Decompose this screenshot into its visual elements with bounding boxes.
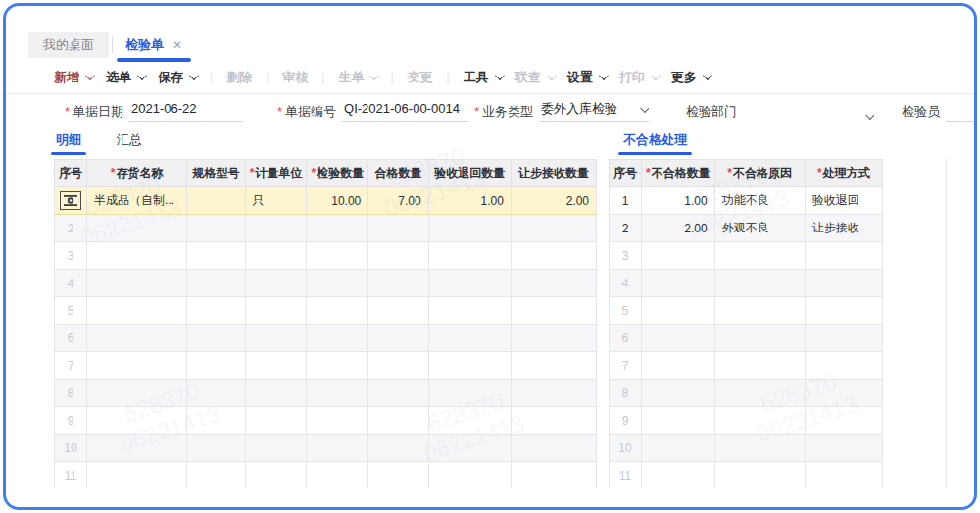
grid-cell[interactable]: 只	[245, 187, 307, 215]
grid-cell[interactable]	[307, 435, 368, 462]
row-seq-cell[interactable]	[55, 187, 87, 215]
grid-cell[interactable]	[307, 325, 368, 352]
toolbar-item-more[interactable]: 更多	[671, 69, 710, 86]
grid-cell[interactable]	[368, 407, 428, 435]
grid-cell[interactable]	[307, 380, 368, 407]
grid-cell[interactable]	[714, 407, 805, 435]
row-seq-cell[interactable]: 9	[610, 407, 642, 435]
grid-cell[interactable]	[87, 435, 187, 462]
grid-cell[interactable]	[714, 352, 805, 380]
row-seq-cell[interactable]: 1	[610, 187, 642, 215]
grid-cell[interactable]: 2.00	[511, 187, 596, 215]
grid-cell[interactable]	[87, 462, 187, 489]
grid-cell[interactable]	[87, 380, 187, 407]
grid-cell[interactable]	[187, 242, 246, 270]
grid-cell[interactable]	[805, 380, 882, 407]
grid-cell[interactable]	[368, 270, 428, 297]
grid-cell[interactable]	[714, 325, 805, 352]
grid-cell[interactable]	[245, 325, 307, 352]
grid-cell[interactable]	[368, 242, 428, 270]
row-seq-cell[interactable]: 6	[610, 325, 642, 352]
grid-cell[interactable]	[87, 215, 187, 242]
grid-cell[interactable]	[187, 215, 246, 242]
tab-my-desktop[interactable]: 我的桌面	[28, 32, 109, 58]
grid-cell[interactable]	[642, 242, 715, 270]
doc-no-input[interactable]: QI-2021-06-00-0014	[342, 99, 469, 122]
row-seq-cell[interactable]: 10	[55, 435, 87, 462]
grid-cell[interactable]	[511, 407, 596, 435]
inspect-dept-select[interactable]	[743, 113, 874, 122]
row-seq-cell[interactable]: 7	[610, 352, 642, 380]
grid-cell[interactable]	[805, 462, 882, 489]
close-icon[interactable]: ✕	[172, 38, 182, 52]
biz-type-select[interactable]: 委外入库检验	[539, 99, 649, 122]
row-seq-cell[interactable]: 4	[610, 270, 642, 297]
grid-cell[interactable]	[187, 407, 246, 435]
tab-detail[interactable]: 明细	[51, 131, 86, 149]
grid-cell[interactable]	[642, 407, 715, 435]
row-seq-cell[interactable]: 7	[55, 352, 87, 380]
grid-cell[interactable]: 1.00	[428, 187, 511, 215]
grid-cell[interactable]	[805, 407, 882, 435]
grid-cell[interactable]	[87, 352, 187, 380]
grid-cell[interactable]	[642, 352, 715, 380]
grid-cell[interactable]	[245, 435, 307, 462]
grid-cell[interactable]	[187, 297, 246, 325]
grid-cell[interactable]	[511, 242, 596, 270]
row-seq-cell[interactable]: 11	[55, 462, 87, 489]
grid-cell[interactable]	[368, 325, 428, 352]
grid-cell[interactable]	[245, 380, 307, 407]
grid-cell[interactable]	[642, 435, 715, 462]
grid-cell[interactable]	[187, 352, 246, 380]
row-seq-cell[interactable]: 8	[610, 380, 642, 407]
row-seq-cell[interactable]: 3	[610, 242, 642, 270]
grid-cell[interactable]	[428, 435, 511, 462]
grid-cell[interactable]	[714, 462, 805, 489]
grid-cell[interactable]: 1.00	[642, 187, 715, 215]
grid-cell[interactable]	[187, 435, 246, 462]
grid-cell[interactable]	[87, 407, 187, 435]
grid-cell[interactable]	[714, 270, 805, 297]
grid-cell[interactable]	[642, 297, 715, 325]
grid-cell[interactable]	[245, 297, 307, 325]
row-seq-cell[interactable]: 9	[55, 407, 87, 435]
grid-cell[interactable]: 7.00	[368, 187, 428, 215]
inspector-input[interactable]	[946, 119, 977, 122]
grid-cell[interactable]	[307, 352, 368, 380]
grid-cell[interactable]	[805, 270, 882, 297]
tab-inspection-order[interactable]: 检验单 ✕	[117, 32, 191, 58]
grid-cell[interactable]	[87, 270, 187, 297]
grid-cell[interactable]	[368, 462, 428, 489]
row-seq-cell[interactable]: 2	[610, 215, 642, 242]
toolbar-item-save[interactable]: 保存	[158, 69, 196, 86]
grid-cell[interactable]: 2.00	[642, 215, 715, 242]
grid-cell[interactable]	[511, 215, 596, 242]
row-seq-cell[interactable]: 8	[55, 380, 87, 407]
grid-cell[interactable]	[805, 352, 882, 380]
grid-cell[interactable]	[187, 380, 246, 407]
grid-cell[interactable]	[428, 462, 511, 489]
grid-cell[interactable]	[511, 297, 596, 325]
grid-cell[interactable]: 让步接收	[805, 215, 882, 242]
grid-cell[interactable]	[368, 352, 428, 380]
grid-cell[interactable]	[307, 242, 368, 270]
grid-cell[interactable]	[368, 297, 428, 325]
grid-cell[interactable]: 10.00	[307, 187, 368, 215]
grid-cell[interactable]	[642, 325, 715, 352]
grid-cell[interactable]	[511, 270, 596, 297]
grid-cell[interactable]	[511, 435, 596, 462]
grid-cell[interactable]	[805, 297, 882, 325]
grid-cell[interactable]	[307, 462, 368, 489]
grid-cell[interactable]	[187, 462, 246, 489]
grid-cell[interactable]	[368, 215, 428, 242]
grid-cell[interactable]	[511, 352, 596, 380]
grid-cell[interactable]	[714, 435, 805, 462]
grid-cell[interactable]	[428, 325, 511, 352]
grid-cell[interactable]	[428, 407, 511, 435]
grid-cell[interactable]	[714, 242, 805, 270]
grid-cell[interactable]	[245, 270, 307, 297]
section-title-nonconforming[interactable]: 不合格处理	[618, 131, 692, 149]
row-seq-cell[interactable]: 5	[610, 297, 642, 325]
grid-cell[interactable]	[187, 187, 246, 215]
toolbar-item-add[interactable]: 新增	[54, 69, 92, 86]
